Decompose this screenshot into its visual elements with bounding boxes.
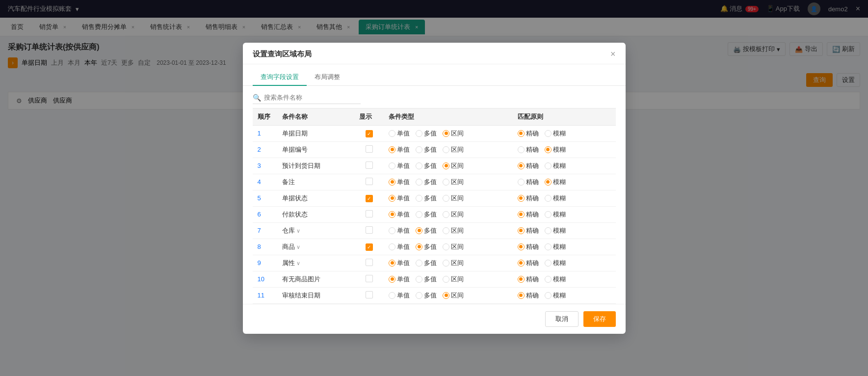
modal-search-area: 🔍 (243, 86, 626, 108)
th-match: 匹配原则 (513, 108, 616, 115)
th-type: 条件类型 (384, 108, 513, 115)
th-show: 显示 (354, 108, 384, 115)
th-name: 条件名称 (277, 108, 355, 115)
table-header-row: 顺序 条件名称 显示 条件类型 匹配原则 (253, 108, 616, 115)
modal-table-wrap: 顺序 条件名称 显示 条件类型 匹配原则 1单据日期单值多值区间精确模糊2单据编… (243, 108, 626, 116)
modal-header: 设置查询区域布局 × (243, 43, 626, 64)
search-box: 🔍 (253, 92, 361, 104)
modal-close-btn[interactable]: × (610, 50, 616, 58)
search-input[interactable] (264, 94, 352, 101)
modal-table: 顺序 条件名称 显示 条件类型 匹配原则 1单据日期单值多值区间精确模糊2单据编… (253, 108, 616, 116)
th-order: 顺序 (253, 108, 277, 115)
search-icon: 🔍 (253, 94, 261, 102)
settings-modal: 设置查询区域布局 × 查询字段设置 布局调整 🔍 顺序 (243, 43, 626, 116)
modal-overlay: 设置查询区域布局 × 查询字段设置 布局调整 🔍 顺序 (0, 0, 868, 115)
modal-tab-query-fields[interactable]: 查询字段设置 (253, 69, 307, 86)
modal-title: 设置查询区域布局 (253, 50, 312, 59)
modal-tabs: 查询字段设置 布局调整 (243, 64, 626, 86)
modal-tab-layout[interactable]: 布局调整 (307, 69, 348, 86)
